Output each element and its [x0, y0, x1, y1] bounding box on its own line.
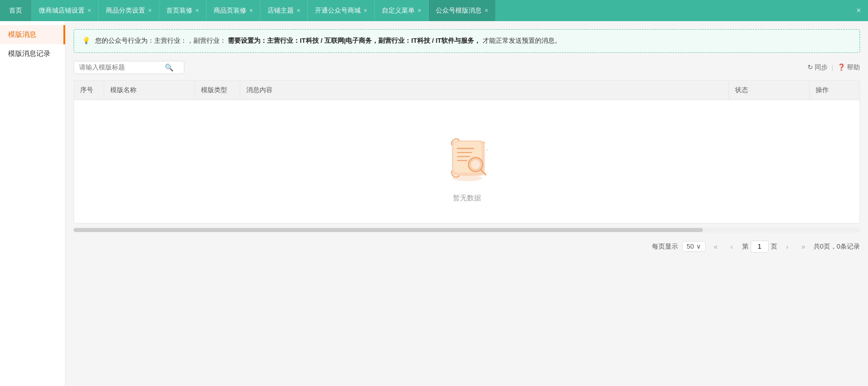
pagination-prev-icon: ‹ — [730, 243, 733, 251]
pagination-next-icon: › — [786, 243, 788, 251]
per-page-value: 50 — [687, 243, 694, 250]
toolbar-right: ↻ 同步 | ❓ 帮助 — [808, 63, 860, 72]
sync-icon: ↻ — [808, 63, 813, 71]
table-col-type: 模版类型 — [195, 80, 240, 100]
table-col-content: 消息内容 — [240, 80, 729, 100]
search-bar: 🔍 ↻ 同步 | ❓ 帮助 — [74, 61, 860, 74]
per-page-label: 每页显示 — [652, 242, 678, 251]
nav-tab-open-mall-label: 开通公众号商城 — [315, 6, 361, 15]
nav-tab-homepage-label: 首页装修 — [166, 6, 192, 15]
page-prefix: 第 — [742, 242, 749, 251]
nav-tab-weishangcheng[interactable]: 微商城店铺设置 × — [32, 0, 99, 21]
sync-label: 同步 — [815, 63, 828, 72]
notice-banner: 💡 您的公众号行业为：主营行业：，副营行业： 需要设置为：主营行业：IT科技 /… — [74, 29, 860, 53]
nav-tab-category[interactable]: 商品分类设置 × — [99, 0, 159, 21]
nav-tab-home-label: 首页 — [9, 6, 22, 15]
nav-tab-homepage[interactable]: 首页装修 × — [159, 0, 207, 21]
table-empty-row: ✦ ✦ 暂无数据 — [74, 100, 860, 223]
empty-state: ✦ ✦ 暂无数据 — [74, 100, 859, 223]
toolbar-divider: | — [832, 63, 833, 71]
nav-tab-custom-menu[interactable]: 自定义菜单 × — [375, 0, 429, 21]
notice-prefix: 您的公众号行业为：主营行业：，副营行业： — [95, 37, 226, 44]
pagination-last-button[interactable]: » — [797, 241, 810, 253]
nav-tab-category-close[interactable]: × — [148, 7, 152, 14]
help-label: 帮助 — [847, 63, 860, 72]
sidebar-item-template-msg-label: 模版消息 — [8, 30, 36, 38]
nav-tab-product-page[interactable]: 商品页装修 × — [207, 0, 260, 21]
search-input[interactable] — [79, 63, 165, 71]
help-icon: ❓ — [837, 63, 845, 71]
nav-tab-homepage-close[interactable]: × — [195, 7, 199, 14]
nav-tab-category-label: 商品分类设置 — [106, 6, 145, 15]
pagination-last-icon: » — [802, 243, 806, 251]
nav-tab-template-msg-close[interactable]: × — [485, 7, 488, 14]
pagination-total: 共0页，0条记录 — [814, 242, 860, 251]
notice-icon: 💡 — [82, 37, 90, 44]
nav-tab-template-msg[interactable]: 公众号模版消息 × — [429, 0, 496, 21]
page-suffix: 页 — [771, 242, 777, 251]
nav-tab-theme[interactable]: 店铺主题 × — [260, 0, 308, 21]
pagination-prev-button[interactable]: ‹ — [726, 241, 738, 253]
sync-button[interactable]: ↻ 同步 — [808, 63, 828, 72]
pagination-next-button[interactable]: › — [781, 241, 793, 253]
sidebar-item-template-msg-record[interactable]: 模版消息记录 — [0, 44, 65, 63]
nav-tab-template-msg-label: 公众号模版消息 — [436, 6, 482, 15]
table-scroll-bar[interactable] — [74, 227, 860, 233]
page-input-wrap: 第 页 — [742, 241, 777, 253]
nav-tab-theme-close[interactable]: × — [297, 7, 300, 14]
search-icon[interactable]: 🔍 — [165, 63, 173, 71]
pagination: 每页显示 50 ∨ « ‹ 第 页 › » 共0页，0条记录 — [74, 237, 860, 255]
sidebar-item-template-msg-record-label: 模版消息记录 — [8, 49, 50, 57]
per-page-chevron-icon: ∨ — [696, 243, 701, 250]
sidebar: 模版消息 模版消息记录 — [0, 21, 65, 386]
table-col-seq: 序号 — [74, 80, 104, 100]
nav-close-all-button[interactable]: × — [849, 6, 868, 15]
content-area: 💡 您的公众号行业为：主营行业：，副营行业： 需要设置为：主营行业：IT科技 /… — [65, 21, 868, 386]
help-button[interactable]: ❓ 帮助 — [837, 63, 860, 72]
notice-highlight: 需要设置为：主营行业：IT科技 / 互联网|电子商务，副营行业：IT科技 / I… — [228, 37, 481, 44]
top-navigation: 首页 微商城店铺设置 × 商品分类设置 × 首页装修 × 商品页装修 × 店铺主… — [0, 0, 868, 21]
sidebar-item-template-msg[interactable]: 模版消息 — [0, 25, 65, 44]
empty-state-icon: ✦ ✦ — [439, 130, 495, 186]
table-col-name: 模版名称 — [104, 80, 195, 100]
nav-tab-product-page-label: 商品页装修 — [214, 6, 246, 15]
svg-text:✦: ✦ — [482, 140, 486, 145]
nav-tab-custom-menu-label: 自定义菜单 — [382, 6, 415, 15]
nav-tab-theme-label: 店铺主题 — [268, 6, 294, 15]
nav-tab-weishangcheng-label: 微商城店铺设置 — [39, 6, 85, 15]
nav-tab-open-mall-close[interactable]: × — [364, 7, 367, 14]
table-scroll-bar-thumb — [74, 228, 703, 232]
data-table: 序号 模版名称 模版类型 消息内容 状态 操作 — [74, 80, 860, 223]
nav-tab-home[interactable]: 首页 — [0, 0, 32, 21]
pagination-first-button[interactable]: « — [710, 241, 722, 253]
nav-tab-weishangcheng-close[interactable]: × — [88, 7, 91, 14]
table-header-row: 序号 模版名称 模版类型 消息内容 状态 操作 — [74, 80, 860, 100]
per-page-select[interactable]: 50 ∨ — [682, 241, 705, 252]
table-col-action: 操作 — [810, 80, 860, 100]
main-layout: 模版消息 模版消息记录 💡 您的公众号行业为：主营行业：，副营行业： 需要设置为… — [0, 21, 868, 386]
page-number-input[interactable] — [751, 241, 769, 253]
nav-tab-open-mall[interactable]: 开通公众号商城 × — [308, 0, 375, 21]
svg-text:✦: ✦ — [486, 148, 489, 152]
pagination-first-icon: « — [714, 243, 718, 251]
table-col-status: 状态 — [729, 80, 810, 100]
empty-state-text: 暂无数据 — [84, 194, 849, 203]
svg-point-0 — [452, 175, 482, 181]
notice-suffix: 才能正常发送预置的消息。 — [483, 37, 561, 44]
svg-point-6 — [471, 160, 480, 169]
nav-tab-product-page-close[interactable]: × — [249, 7, 253, 14]
nav-tab-custom-menu-close[interactable]: × — [418, 7, 421, 14]
table-empty-cell: ✦ ✦ 暂无数据 — [74, 100, 860, 223]
search-input-wrap[interactable]: 🔍 — [74, 61, 184, 74]
